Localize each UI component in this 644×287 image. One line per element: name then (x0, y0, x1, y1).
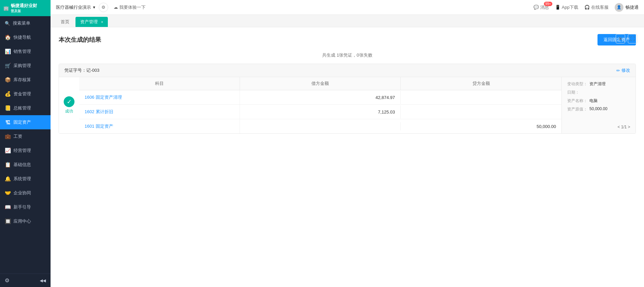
gear-icon: ⚙ (101, 5, 105, 10)
sidebar-item-sales[interactable]: 📊 销售管理 (0, 44, 51, 59)
asset-tab-label: 资产管理 (80, 19, 98, 24)
tab-home[interactable]: 首页 (56, 17, 74, 27)
date-label: 日期： (567, 90, 579, 95)
sidebar-item-ledger[interactable]: 📒 总账管理 (0, 101, 51, 115)
pagination-next-icon[interactable]: > (628, 125, 630, 129)
change-type-row: 变动类型： 资产清理 (567, 81, 630, 87)
app-download-button[interactable]: 📱 App下载 (555, 4, 578, 10)
fixed-assets-icon: 🏗 (5, 119, 11, 125)
nav-label-payroll: 工资 (13, 133, 22, 139)
date-row: 日期： (567, 90, 630, 95)
messages-button[interactable]: 💬 消息 99+ (533, 4, 549, 10)
subject-cell-2[interactable]: 1602 累计折旧 (79, 105, 240, 119)
sidebar-item-enterprise[interactable]: 🤝 企业协同 (0, 186, 51, 200)
pagination-prev-icon[interactable]: < (618, 125, 620, 129)
sidebar-item-management[interactable]: 📈 经营管理 (0, 144, 51, 158)
guide-icon: 📖 (5, 204, 11, 210)
sidebar-item-basic-info[interactable]: 📋 基础信息 (0, 158, 51, 172)
nav-label-fixed-assets: 固定资产 (13, 119, 31, 125)
asset-value-label: 资产原值： (567, 106, 587, 112)
nav-label-enterprise: 企业协同 (13, 190, 31, 196)
headset-icon: 🎧 (584, 5, 590, 10)
user-menu[interactable]: 👤 畅捷通 (615, 3, 639, 12)
sidebar-item-fixed-assets[interactable]: 🏗 固定资产 (0, 115, 51, 129)
expand-panel-button[interactable]: ⛶ (628, 34, 637, 43)
customer-service-button[interactable]: 🎧 在线客服 (584, 4, 609, 10)
edit-voucher-button[interactable]: ✏ 修改 (616, 67, 630, 73)
asset-value-value: 50,000.00 (589, 106, 607, 112)
panel-controls: ✕ ⛶ (616, 34, 637, 43)
enterprise-icon: 🤝 (5, 190, 11, 196)
ledger-icon: 📒 (5, 105, 11, 111)
collapse-sidebar-button[interactable]: ◀◀ (40, 278, 46, 283)
content-header: 本次生成的结果 返回固定资产 (59, 34, 636, 45)
nav-label-management: 经营管理 (13, 148, 31, 154)
nav-label-ledger: 总账管理 (13, 105, 31, 111)
subject-cell-1[interactable]: 1606 固定资产清理 (79, 90, 240, 104)
management-icon: 📈 (5, 148, 11, 154)
content-area: 本次生成的结果 返回固定资产 共生成 1张凭证，0张失败 凭证字号：记-003 … (51, 27, 644, 287)
sidebar-logo: 🏢 畅捷通好业财 普及版 (0, 0, 51, 16)
debit-cell-3 (240, 122, 401, 130)
home-icon: 🏠 (5, 34, 11, 40)
pagination-info: 1/1 (621, 125, 628, 129)
asset-name-row: 资产名称： 电脑 (567, 98, 630, 104)
sidebar-item-guide[interactable]: 📖 新手引导 (0, 200, 51, 214)
asset-name-value: 电脑 (589, 98, 597, 104)
inventory-icon: 📦 (5, 77, 11, 83)
voucher-section: 凭证字号：记-003 ✏ 修改 ✓ 成功 科目 借方金额 (59, 64, 636, 134)
search-icon: 🔍 (5, 21, 10, 26)
capital-icon: 💰 (5, 91, 11, 97)
subject-cell-3[interactable]: 1601 固定资产 (79, 119, 240, 133)
company-selector[interactable]: 医疗器械行业演示 ▾ (56, 4, 95, 10)
sidebar-nav: 🏠 快捷导航 📊 销售管理 🛒 采购管理 📦 库存核算 💰 资金管理 📒 总账管… (0, 30, 51, 274)
nav-label-system: 系统管理 (13, 176, 31, 182)
sidebar-item-system[interactable]: 🔔 系统管理 (0, 172, 51, 186)
edit-icon: ✏ (616, 68, 620, 73)
experience-button[interactable]: ☁ 我要体验一下 (114, 4, 146, 10)
sidebar-item-inventory[interactable]: 📦 库存核算 (0, 73, 51, 87)
cloud-icon: ☁ (114, 5, 118, 10)
search-menu[interactable]: 🔍 搜索菜单 (0, 16, 51, 30)
app-download-label: App下载 (562, 4, 578, 10)
col-credit-header: 贷方金额 (401, 77, 561, 90)
asset-value-row: 资产原值： 50,000.00 (567, 106, 630, 112)
user-name: 畅捷通 (625, 4, 639, 10)
home-tab-label: 首页 (61, 19, 69, 24)
side-info-panel: 变动类型： 资产清理 日期： 资产名称： 电脑 资产原值： 50,000.00 (561, 77, 636, 133)
tabbar: 首页 资产管理 × (51, 15, 644, 27)
debit-cell-2: 7,125.03 (240, 105, 401, 119)
sidebar: 🏢 畅捷通好业财 普及版 🔍 搜索菜单 🏠 快捷导航 📊 销售管理 🛒 采购管理… (0, 0, 51, 287)
company-name: 医疗器械行业演示 (56, 4, 91, 10)
result-summary: 共生成 1张凭证，0张失败 (59, 52, 636, 58)
close-panel-button[interactable]: ✕ (616, 34, 625, 43)
sidebar-item-payroll[interactable]: 💼 工资 (0, 129, 51, 144)
sidebar-item-app-center[interactable]: 🔲 应用中心 (0, 214, 51, 228)
success-text: 成功 (65, 108, 73, 114)
tab-asset-management[interactable]: 资产管理 × (75, 17, 108, 27)
close-tab-icon[interactable]: × (101, 20, 103, 24)
nav-label-guide: 新手引导 (13, 204, 31, 210)
col-debit-header: 借方金额 (240, 77, 401, 90)
change-type-value: 资产清理 (589, 81, 606, 87)
pagination[interactable]: < 1/1 > (567, 125, 630, 129)
logo-icon: 🏢 (3, 6, 9, 11)
nav-label-capital: 资金管理 (13, 91, 31, 97)
customer-service-label: 在线客服 (591, 4, 609, 10)
purchase-icon: 🛒 (5, 63, 11, 69)
change-type-label: 变动类型： (567, 81, 587, 87)
voucher-body: ✓ 成功 科目 借方金额 贷方金额 1606 固定资产清理 42,874.97 (59, 77, 636, 133)
asset-name-label: 资产名称： (567, 98, 587, 104)
payroll-icon: 💼 (5, 133, 11, 139)
sidebar-item-purchase[interactable]: 🛒 采购管理 (0, 59, 51, 73)
nav-label-sales: 销售管理 (13, 49, 31, 55)
sidebar-item-capital[interactable]: 💰 资金管理 (0, 87, 51, 101)
settings-button[interactable]: ⚙ (99, 3, 108, 12)
settings-bottom-icon[interactable]: ⚙ (5, 277, 9, 284)
basic-info-icon: 📋 (5, 162, 11, 168)
logo-sub: 普及版 (11, 9, 37, 13)
nav-label-basic-info: 基础信息 (13, 162, 31, 168)
system-icon: 🔔 (5, 176, 11, 182)
sidebar-item-quick-nav[interactable]: 🏠 快捷导航 (0, 30, 51, 44)
message-icon: 💬 (533, 5, 539, 10)
